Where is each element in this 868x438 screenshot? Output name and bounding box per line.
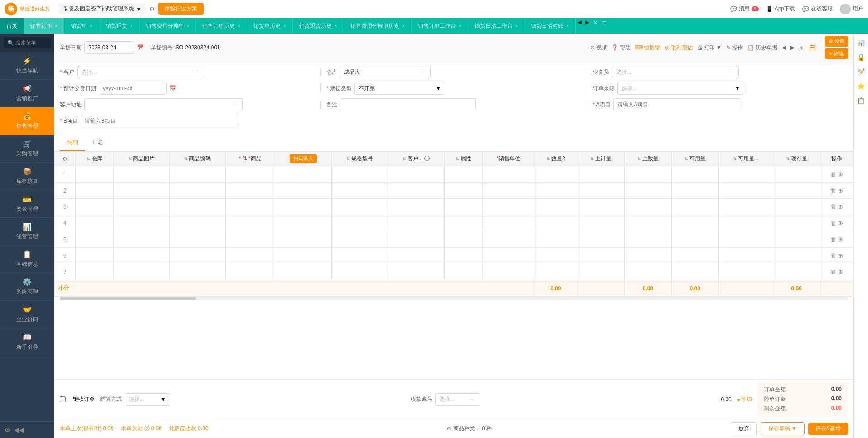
settings-btn[interactable]: ⚙ 设置 — [825, 36, 848, 47]
staff-dots[interactable]: ··· — [727, 69, 735, 75]
th-current[interactable]: 现存量 — [773, 152, 820, 166]
warehouse-dots[interactable]: ··· — [418, 69, 427, 75]
column-settings-icon[interactable]: ⚙ — [63, 156, 68, 162]
tab-sales-expense-close[interactable]: × — [187, 24, 189, 29]
th-product-img[interactable]: 商品图片 — [113, 152, 169, 166]
tab-sales-order-history[interactable]: 销售订单历史 × — [196, 18, 247, 34]
th-settings[interactable]: ⚙ — [55, 152, 76, 166]
sidebar-item-sales[interactable]: 💰 销售管理 — [0, 107, 54, 135]
logistics-btn[interactable]: + 物流 — [825, 48, 848, 59]
tab-sales-invoice[interactable]: 销货单 × — [64, 18, 99, 34]
system-name-btn[interactable]: 装备及固定资产辅助管理系统 ▼ — [59, 3, 146, 14]
tab-daily-reconcile[interactable]: 钱货日清对账 × — [524, 18, 576, 34]
th-warehouse[interactable]: 仓库 — [75, 152, 113, 166]
nav-prev-icon[interactable]: ◀ — [782, 44, 786, 51]
tab-sales-invoice-close[interactable]: × — [90, 24, 92, 29]
th-unit[interactable]: *销售单位 — [483, 152, 534, 166]
th-product[interactable]: ⇅ *商品 — [225, 152, 275, 166]
tab-sales-expense[interactable]: 销售费用分摊单 × — [140, 18, 196, 34]
sidebar-item-guide[interactable]: 📖 新手引导 — [0, 328, 54, 356]
pay-method-select[interactable]: 选择... ▼ — [125, 393, 170, 406]
right-panel-clipboard-icon[interactable]: 📋 — [856, 95, 867, 106]
delivery-calendar-icon[interactable]: 📅 — [170, 85, 176, 91]
sidebar-collapse-icon[interactable]: ◀◀ — [14, 426, 24, 433]
sidebar-item-operations[interactable]: 📊 经营管理 — [0, 218, 54, 245]
tab-detail[interactable]: 明细 — [60, 135, 85, 151]
discard-btn[interactable]: 放弃 — [731, 422, 757, 435]
delete-row-4-icon[interactable]: 🗑 — [830, 220, 836, 226]
profit-btn[interactable]: ◎ 毛利预估 — [665, 44, 693, 52]
th-customer-code[interactable]: 客户... ⓘ — [388, 152, 445, 166]
grid-view-icon[interactable]: ⊞ — [799, 44, 804, 51]
tab-home[interactable]: 首页 — [0, 18, 24, 34]
right-panel-lock-icon[interactable]: 🔒 — [856, 52, 867, 63]
list-view-icon[interactable]: ☰ — [808, 43, 817, 52]
operate-btn[interactable]: ✎ 操作 — [726, 44, 743, 52]
nav-close-all-btn[interactable]: ✕ — [591, 18, 600, 34]
sidebar-item-basic[interactable]: 📋 基础信息 — [0, 245, 54, 273]
delete-row-5-icon[interactable]: 🗑 — [830, 236, 836, 243]
customer-dots[interactable]: ··· — [192, 69, 200, 75]
preview-btn[interactable]: ⊙ 视频 — [590, 44, 607, 52]
address-select[interactable]: ··· — [84, 98, 243, 111]
tab-invoice-history[interactable]: 销货单历史 × — [247, 18, 293, 34]
sidebar-item-quicknav[interactable]: ⚡ 快捷导航 — [0, 52, 54, 80]
copy-row-6-icon[interactable]: ⊕ — [838, 252, 843, 259]
nav-next-icon[interactable]: ▶ — [790, 44, 795, 51]
save-draft-btn[interactable]: 保存草稿 ▼ — [761, 422, 805, 435]
copy-row-7-icon[interactable]: ⊕ — [838, 269, 843, 275]
staff-select[interactable]: 选择... ··· — [612, 66, 739, 78]
warehouse-select[interactable]: 成品库 ··· — [340, 66, 431, 78]
tab-sales-return[interactable]: 销货退货 × — [99, 18, 140, 34]
add-btn[interactable]: ● 添加 — [737, 395, 752, 403]
th-scan[interactable]: 扫码录入 — [275, 152, 331, 166]
tab-sales-order-close[interactable]: × — [55, 24, 58, 29]
sidebar-item-system[interactable]: ⚙️ 系统管理 — [0, 273, 54, 301]
copy-row-1-icon[interactable]: ⊕ — [838, 171, 843, 178]
nav-menu-btn[interactable]: ≡ — [600, 18, 607, 34]
a-project-input[interactable] — [613, 98, 740, 111]
shortcut-btn[interactable]: ⌨ 快捷键 — [635, 44, 660, 52]
history-btn[interactable]: 📋 历史单据 — [747, 44, 777, 52]
scan-btn[interactable]: 扫码录入 — [290, 154, 317, 163]
copy-row-3-icon[interactable]: ⊕ — [838, 203, 843, 210]
settings-icon[interactable]: ⚙ — [150, 6, 155, 12]
right-panel-note-icon[interactable]: 📝 — [856, 66, 867, 77]
tab-return-history[interactable]: 销货退货历史 × — [293, 18, 344, 34]
delete-row-7-icon[interactable]: 🗑 — [830, 269, 836, 275]
th-spec[interactable]: 规格型号 — [332, 152, 388, 166]
user-avatar[interactable]: 用户 — [840, 4, 863, 14]
sidebar-item-finance[interactable]: 💳 资金管理 — [0, 190, 54, 218]
invoice-select[interactable]: 不开票 ▼ — [354, 82, 445, 95]
th-available[interactable]: 可用量 — [671, 152, 718, 166]
horizontal-scrollbar[interactable] — [60, 297, 848, 300]
app-download-btn[interactable]: 📱 App下载 — [766, 5, 795, 13]
order-source-select[interactable]: 选择... ▼ — [617, 82, 744, 95]
sidebar-item-inventory[interactable]: 📦 库存核算 — [0, 163, 54, 190]
th-product-code[interactable]: 商品编码 — [170, 152, 225, 166]
sidebar-item-purchase[interactable]: 🛒 采购管理 — [0, 135, 54, 163]
message-btn[interactable]: 💬 消息 9 — [730, 5, 759, 13]
nav-next-btn[interactable]: ▶ — [583, 18, 591, 34]
sidebar-search-inner[interactable]: 🔍 搜索菜单 — [4, 37, 51, 48]
delete-row-3-icon[interactable]: 🗑 — [830, 203, 836, 210]
tab-summary[interactable]: 汇总 — [85, 135, 111, 151]
sidebar-search[interactable]: 🔍 搜索菜单 — [0, 34, 54, 52]
save-new-btn[interactable]: 保存&新增 — [808, 423, 848, 435]
copy-row-2-icon[interactable]: ⊕ — [838, 187, 843, 194]
delete-row-1-icon[interactable]: 🗑 — [830, 171, 836, 178]
copy-row-4-icon[interactable]: ⊕ — [838, 220, 843, 226]
tab-sales-order[interactable]: 销售订单 × — [24, 18, 64, 34]
sidebar-item-marketing[interactable]: 📢 营销推广 — [0, 80, 54, 107]
customer-select[interactable]: 选择... ··· — [77, 66, 204, 78]
tab-sales-return-close[interactable]: × — [130, 24, 133, 29]
delivery-input[interactable] — [99, 82, 167, 95]
help-btn[interactable]: ❓ 帮助 — [611, 44, 630, 52]
th-main-unit[interactable]: 主计量 — [577, 152, 625, 166]
date-input[interactable] — [84, 41, 134, 54]
sidebar-settings-icon[interactable]: ⚙ — [5, 426, 10, 433]
note-input[interactable] — [340, 98, 476, 111]
sidebar-item-cooperation[interactable]: 🤝 企业协同 — [0, 301, 54, 328]
th-qty2[interactable]: 数量2 — [534, 152, 577, 166]
delete-row-6-icon[interactable]: 🗑 — [830, 252, 836, 259]
